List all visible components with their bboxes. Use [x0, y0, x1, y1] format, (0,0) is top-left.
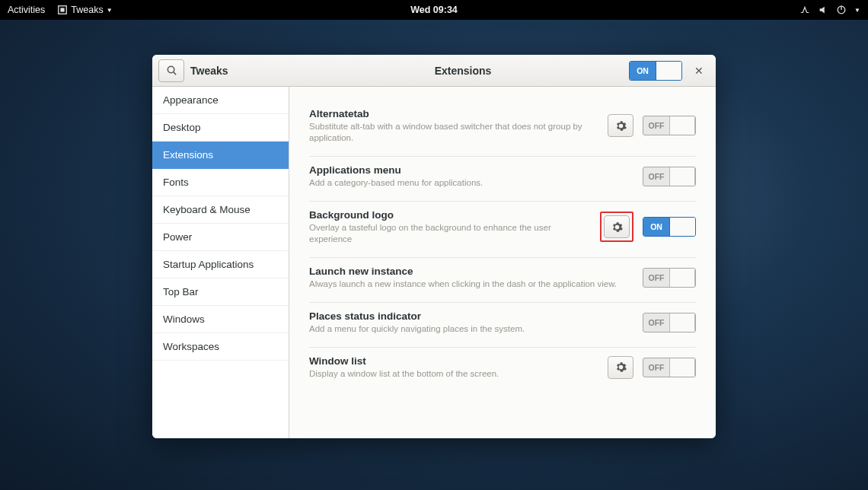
extension-settings-button[interactable]	[604, 215, 630, 238]
gear-icon	[615, 120, 627, 132]
gear-icon	[615, 361, 627, 373]
extension-text: Launch new instanceAlways launch a new i…	[309, 266, 633, 290]
extension-description: Substitute alt-tab with a window based s…	[309, 121, 598, 144]
volume-icon[interactable]	[818, 5, 828, 15]
sidebar-item-appearance[interactable]: Appearance	[152, 87, 289, 114]
search-button[interactable]	[158, 59, 184, 82]
sidebar-item-windows[interactable]: Windows	[152, 306, 289, 333]
page-title: Extensions	[303, 65, 623, 77]
extension-title: Background logo	[309, 209, 591, 221]
extension-toggle[interactable]: ONOFF	[643, 358, 696, 377]
highlight-annotation	[600, 212, 633, 242]
sidebar-item-extensions[interactable]: Extensions	[152, 142, 289, 169]
extension-row: Places status indicatorAdd a menu for qu…	[309, 303, 696, 348]
extension-title: Launch new instance	[309, 266, 633, 277]
extension-description: Add a category-based menu for applicatio…	[309, 177, 633, 189]
app-title: Tweaks	[190, 65, 297, 77]
switch-knob	[669, 167, 695, 186]
extension-row: Applications menuAdd a category-based me…	[309, 157, 696, 202]
svg-rect-1	[61, 8, 65, 11]
extension-text: Places status indicatorAdd a menu for qu…	[309, 310, 633, 335]
sidebar-item-top-bar[interactable]: Top Bar	[152, 278, 289, 306]
extension-row: AlternatetabSubstitute alt-tab with a wi…	[309, 100, 696, 157]
extension-text: AlternatetabSubstitute alt-tab with a wi…	[309, 108, 598, 144]
extension-description: Always launch a new instance when clicki…	[309, 278, 633, 290]
sidebar-item-desktop[interactable]: Desktop	[152, 114, 289, 142]
extension-toggle[interactable]: ONOFF	[643, 217, 696, 237]
extensions-list: AlternatetabSubstitute alt-tab with a wi…	[289, 87, 716, 438]
extension-title: Alternatetab	[309, 108, 598, 119]
sidebar-item-power[interactable]: Power	[152, 224, 289, 251]
switch-on-label: ON	[630, 62, 656, 80]
sidebar-item-workspaces[interactable]: Workspaces	[152, 333, 289, 361]
extension-toggle[interactable]: ONOFF	[643, 167, 696, 186]
app-menu-icon	[57, 5, 68, 15]
sidebar: AppearanceDesktopExtensionsFontsKeyboard…	[152, 87, 289, 438]
switch-off-label: OFF	[643, 167, 669, 186]
window-titlebar: Tweaks Extensions ON OFF ✕	[152, 55, 716, 87]
extension-description: Display a window list at the bottom of t…	[309, 368, 598, 380]
close-button[interactable]: ✕	[688, 60, 710, 81]
extension-settings-button[interactable]	[608, 356, 633, 379]
extension-title: Window list	[309, 355, 598, 367]
switch-off-label: OFF	[643, 358, 669, 377]
svg-line-5	[173, 72, 175, 75]
extension-description: Overlay a tasteful logo on the backgroun…	[309, 222, 591, 245]
switch-knob	[669, 313, 695, 332]
switch-knob	[656, 62, 681, 80]
sidebar-item-fonts[interactable]: Fonts	[152, 169, 289, 196]
system-menu-chevron-icon[interactable]: ▼	[854, 7, 860, 14]
sidebar-item-keyboard-mouse[interactable]: Keyboard & Mouse	[152, 196, 289, 224]
activities-button[interactable]: Activities	[8, 5, 45, 15]
extension-title: Places status indicator	[309, 310, 633, 322]
clock[interactable]: Wed 09:34	[410, 5, 458, 15]
switch-knob	[669, 358, 695, 377]
power-icon[interactable]	[836, 5, 847, 15]
switch-on-label: ON	[643, 218, 669, 236]
extension-description: Add a menu for quickly navigating places…	[309, 323, 633, 335]
extension-toggle[interactable]: ONOFF	[643, 116, 696, 135]
switch-off-label: OFF	[643, 313, 669, 332]
extension-toggle[interactable]: ONOFF	[643, 313, 696, 332]
extension-toggle[interactable]: ONOFF	[643, 268, 696, 288]
tweaks-window: Tweaks Extensions ON OFF ✕ AppearanceDes…	[152, 55, 716, 438]
extension-row: Background logoOverlay a tasteful logo o…	[309, 202, 696, 258]
extensions-master-switch[interactable]: ON OFF	[629, 61, 682, 81]
network-icon[interactable]	[799, 5, 810, 15]
sidebar-item-startup-applications[interactable]: Startup Applications	[152, 251, 289, 278]
extension-settings-button[interactable]	[608, 114, 633, 137]
svg-point-4	[168, 66, 174, 72]
extension-text: Applications menuAdd a category-based me…	[309, 164, 633, 189]
extension-text: Background logoOverlay a tasteful logo o…	[309, 209, 591, 245]
switch-off-label: OFF	[643, 116, 669, 135]
chevron-down-icon: ▼	[107, 7, 113, 14]
switch-knob	[669, 116, 695, 135]
switch-off-label: OFF	[643, 269, 669, 287]
app-menu-label: Tweaks	[71, 5, 103, 15]
search-icon	[166, 65, 177, 76]
gnome-topbar: Activities Tweaks ▼ Wed 09:34 ▼	[0, 0, 868, 20]
close-icon: ✕	[694, 65, 704, 77]
extension-title: Applications menu	[309, 164, 633, 176]
switch-knob	[669, 269, 695, 287]
app-menu[interactable]: Tweaks ▼	[57, 5, 112, 15]
extension-row: Window listDisplay a window list at the …	[309, 348, 696, 392]
extension-row: Launch new instanceAlways launch a new i…	[309, 258, 696, 303]
switch-knob	[669, 218, 695, 236]
extension-text: Window listDisplay a window list at the …	[309, 355, 598, 380]
gear-icon	[611, 221, 623, 233]
